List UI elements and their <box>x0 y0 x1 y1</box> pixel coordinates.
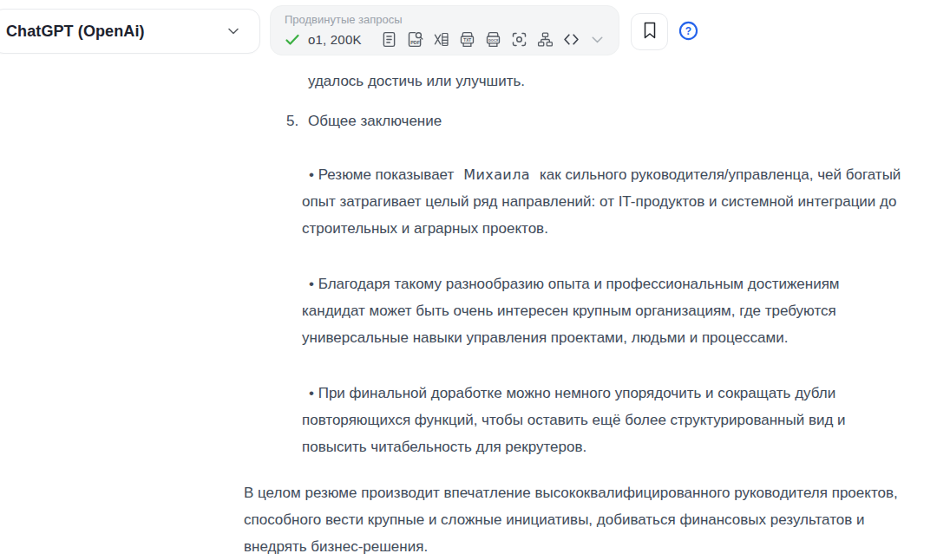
candidate-name: Михаила <box>463 166 530 183</box>
bullet-text: • Резюме показывает <box>309 166 454 183</box>
question-mark-icon: ? <box>678 21 698 44</box>
bookmark-icon <box>642 22 658 42</box>
scan-icon[interactable] <box>510 30 528 49</box>
export-icon-row: PDF TXT <box>380 30 606 49</box>
svg-text:PDF: PDF <box>410 40 421 45</box>
check-icon <box>285 32 300 48</box>
pdf-search-icon[interactable]: PDF <box>406 30 424 49</box>
svg-text:TXT: TXT <box>463 38 471 42</box>
feature-panel-title: Продвинутые запросы <box>285 13 606 27</box>
list-item-4-continuation: удалось достичь или улучшить. <box>244 68 903 94</box>
closing-paragraph: В целом резюме производит впечатление вы… <box>244 479 903 560</box>
document-icon[interactable] <box>380 30 398 49</box>
model-selector-dropdown[interactable]: ChatGPT (OpenAi) <box>0 9 260 54</box>
model-info-label: o1, 200K <box>308 32 362 47</box>
top-bar: ChatGPT (OpenAi) Продвинутые запросы o1,… <box>0 0 950 61</box>
list-item-5: 5. Общее заключение <box>244 107 903 134</box>
svg-text:DOCX: DOCX <box>488 38 499 42</box>
svg-text:?: ? <box>685 25 691 37</box>
chevron-down-icon[interactable] <box>588 30 606 49</box>
docx-file-icon[interactable]: DOCX <box>484 30 502 49</box>
list-item-number: 5. <box>286 107 298 134</box>
bullet-paragraph: • При финальной доработке можно немного … <box>244 380 903 460</box>
bookmark-button[interactable] <box>631 13 668 50</box>
bullet-paragraph: • Резюме показываетМихаилакак сильного р… <box>244 161 903 242</box>
code-icon[interactable] <box>562 30 580 49</box>
chevron-down-icon <box>226 24 240 38</box>
sitemap-icon[interactable] <box>536 30 554 49</box>
list-item-title: Общее заключение <box>308 113 442 129</box>
feature-panel: Продвинутые запросы o1, 200K PDF <box>270 5 619 55</box>
model-selector-label: ChatGPT (OpenAi) <box>6 23 145 41</box>
bullet-paragraph: • Благодаря такому разнообразию опыта и … <box>244 270 903 351</box>
excel-icon[interactable] <box>432 30 450 49</box>
txt-file-icon[interactable]: TXT <box>458 30 476 49</box>
help-button[interactable]: ? <box>678 23 698 42</box>
assistant-message: удалось достичь или улучшить. 5. Общее з… <box>244 68 903 560</box>
